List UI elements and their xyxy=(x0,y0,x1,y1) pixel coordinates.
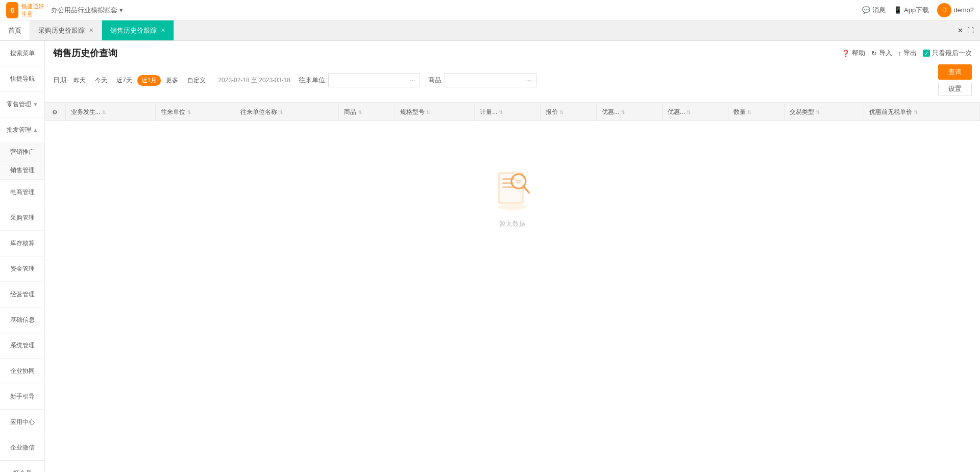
col-product[interactable]: 商品 ⇅ xyxy=(339,104,395,121)
tab-sales-history-close[interactable]: ✕ xyxy=(161,27,165,34)
sidebar-item-inventory[interactable]: 库存核算 xyxy=(0,231,44,256)
product-dots-icon: ··· xyxy=(526,76,532,84)
empty-illustration xyxy=(487,162,538,213)
import-action[interactable]: ↻ 导入 xyxy=(871,49,892,58)
app-download-action[interactable]: 📱 App下载 xyxy=(894,6,929,15)
help-label: 帮助 xyxy=(852,49,865,58)
sidebar-item-guide[interactable]: 新手引导 xyxy=(0,384,44,410)
export-action[interactable]: ↑ 导出 xyxy=(898,49,917,58)
tab-home[interactable]: 首页 xyxy=(0,20,30,40)
sidebar-item-vip-member-label: 畅会员 xyxy=(13,469,32,472)
only-last-checkbox[interactable]: ✓ 只看最后一次 xyxy=(923,49,972,58)
col-discount2[interactable]: 优惠... ⇅ xyxy=(663,104,728,121)
date-tab-more[interactable]: 更多 xyxy=(162,75,182,86)
empty-text: 暂无数据 xyxy=(499,219,526,228)
breadcrumb-dropdown-icon[interactable]: ▾ xyxy=(119,6,123,14)
tab-sales-history[interactable]: 销售历史价跟踪 ✕ xyxy=(102,20,174,40)
tab-sales-history-label: 销售历史价跟踪 xyxy=(110,26,157,35)
date-tabs: 昨天 今天 近7天 近1月 更多 自定义 xyxy=(69,75,210,86)
header-left: 6 畅捷通好生意 办公用品行业模拟账套 ▾ xyxy=(6,2,123,18)
sidebar-item-vip-member[interactable]: 畅会员 xyxy=(0,461,44,472)
col-settings[interactable]: ⚙ xyxy=(45,104,65,121)
sort-discount1-icon: ⇅ xyxy=(621,109,625,115)
sidebar-item-app-center[interactable]: 应用中心 xyxy=(0,410,44,435)
sort-discount2-icon: ⇅ xyxy=(687,109,691,115)
date-tab-last1month[interactable]: 近1月 xyxy=(137,75,161,86)
logo-icon: 6 xyxy=(6,2,18,18)
expand-icon[interactable]: ⛶ xyxy=(967,27,974,34)
app-download-label: App下载 xyxy=(904,6,929,15)
sidebar-item-operations-mgmt[interactable]: 经营管理 xyxy=(0,282,44,308)
col-biz-date[interactable]: 业务发生... ⇅ xyxy=(65,104,155,121)
svg-rect-9 xyxy=(516,180,522,181)
sort-product-icon: ⇅ xyxy=(358,109,362,115)
col-discount1[interactable]: 优惠... ⇅ xyxy=(596,104,662,121)
settings-button[interactable]: 设置 xyxy=(938,82,972,96)
date-tab-today[interactable]: 今天 xyxy=(91,75,111,86)
logo-area: 6 畅捷通好生意 xyxy=(6,2,47,18)
sidebar-item-wholesale-mgmt-label: 批发管理 xyxy=(7,126,31,134)
main-layout: 搜索菜单 快捷导航 零售管理 ▼ 批发管理 ▲ 营销推广 销售管理 电商管理 采… xyxy=(0,41,980,472)
tab-purchase-history[interactable]: 采购历史价跟踪 ✕ xyxy=(30,20,102,40)
col-partner-name[interactable]: 往来单位名称 ⇅ xyxy=(235,104,338,121)
date-filter-group: 日期 昨天 今天 近7天 近1月 更多 自定义 xyxy=(53,75,210,86)
sidebar-item-marketing[interactable]: 营销推广 xyxy=(0,143,44,161)
sort-pretax-price-icon: ⇅ xyxy=(914,109,918,115)
col-trade-type[interactable]: 交易类型 ⇅ xyxy=(784,104,864,121)
sidebar-item-system-mgmt[interactable]: 系统管理 xyxy=(0,333,44,359)
tab-purchase-history-close[interactable]: ✕ xyxy=(89,27,93,34)
export-icon: ↑ xyxy=(898,50,902,57)
sidebar-item-operations-mgmt-label: 经营管理 xyxy=(10,290,35,299)
date-tab-yesterday[interactable]: 昨天 xyxy=(69,75,90,86)
col-unit[interactable]: 计量... ⇅ xyxy=(475,104,541,121)
user-action[interactable]: D demo2 xyxy=(937,3,974,17)
checkbox-checked-icon: ✓ xyxy=(923,50,930,57)
sidebar-item-basic-info[interactable]: 基础信息 xyxy=(0,308,44,333)
partner-filter-group: 往来单位 ··· xyxy=(299,73,420,87)
col-pretax-price[interactable]: 优惠前无税单价 ⇅ xyxy=(864,104,980,121)
sidebar-item-guide-label: 新手引导 xyxy=(10,392,35,401)
sidebar-item-retail-mgmt[interactable]: 零售管理 ▼ xyxy=(0,92,44,117)
breadcrumb-text: 办公用品行业模拟账套 xyxy=(51,6,117,15)
query-button[interactable]: 查询 xyxy=(938,64,972,80)
sidebar-item-app-center-label: 应用中心 xyxy=(10,418,35,427)
sidebar-item-ecom-mgmt[interactable]: 电商管理 xyxy=(0,180,44,205)
sidebar-item-purchase-mgmt[interactable]: 采购管理 xyxy=(0,205,44,231)
sidebar-item-retail-mgmt-label: 零售管理 xyxy=(7,100,31,109)
sidebar-item-enterprise-coop-label: 企业协同 xyxy=(10,367,35,375)
sidebar-item-sales-mgmt[interactable]: 销售管理 xyxy=(0,161,44,180)
sidebar-item-finance-mgmt[interactable]: 资金管理 xyxy=(0,256,44,282)
sidebar-item-enterprise-coop[interactable]: 企业协同 xyxy=(0,359,44,384)
col-partner-code[interactable]: 往来单位 ⇅ xyxy=(155,104,235,121)
sidebar-item-marketing-label: 营销推广 xyxy=(10,148,35,156)
sidebar-item-wholesale-mgmt[interactable]: 批发管理 ▲ xyxy=(0,117,44,143)
sort-trade-type-icon: ⇅ xyxy=(816,109,820,115)
page-header-actions: ❓ 帮助 ↻ 导入 ↑ 导出 ✓ 只看最后一次 xyxy=(842,49,972,58)
sidebar-item-search-menu[interactable]: 搜索菜单 xyxy=(0,41,44,66)
close-all-icon[interactable]: ✕ xyxy=(958,27,963,34)
sidebar-item-purchase-mgmt-label: 采购管理 xyxy=(10,214,35,222)
sidebar-item-quick-nav-label: 快捷导航 xyxy=(10,75,35,83)
date-tab-custom[interactable]: 自定义 xyxy=(183,75,210,86)
sidebar-item-ecom-mgmt-label: 电商管理 xyxy=(10,188,35,197)
help-action[interactable]: ❓ 帮助 xyxy=(842,49,865,58)
sidebar-item-enterprise-wechat[interactable]: 企业微信 xyxy=(0,435,44,461)
sidebar-item-quick-nav[interactable]: 快捷导航 xyxy=(0,66,44,92)
col-price[interactable]: 报价 ⇅ xyxy=(541,104,597,121)
wholesale-mgmt-arrow-icon: ▲ xyxy=(33,127,38,133)
content-area: 销售历史价查询 ❓ 帮助 ↻ 导入 ↑ 导出 ✓ 只看最后一次 xyxy=(45,41,980,472)
sort-quantity-icon: ⇅ xyxy=(747,109,751,115)
logo-text: 畅捷通好生意 xyxy=(21,3,47,17)
message-action[interactable]: 💬 消息 xyxy=(862,6,886,15)
col-quantity[interactable]: 数量 ⇅ xyxy=(728,104,785,121)
product-input[interactable]: ··· xyxy=(445,73,536,87)
breadcrumb-area: 办公用品行业模拟账套 ▾ xyxy=(51,6,123,15)
message-icon: 💬 xyxy=(862,6,870,14)
page-header: 销售历史价查询 ❓ 帮助 ↻ 导入 ↑ 导出 ✓ 只看最后一次 xyxy=(45,41,980,59)
date-tab-last7days[interactable]: 近7天 xyxy=(112,75,136,86)
header-right: 💬 消息 📱 App下载 D demo2 xyxy=(862,3,974,17)
import-icon: ↻ xyxy=(871,50,877,57)
sidebar-item-system-mgmt-label: 系统管理 xyxy=(10,341,35,350)
col-spec[interactable]: 规格型号 ⇅ xyxy=(395,104,474,121)
partner-input[interactable]: ··· xyxy=(328,73,420,87)
